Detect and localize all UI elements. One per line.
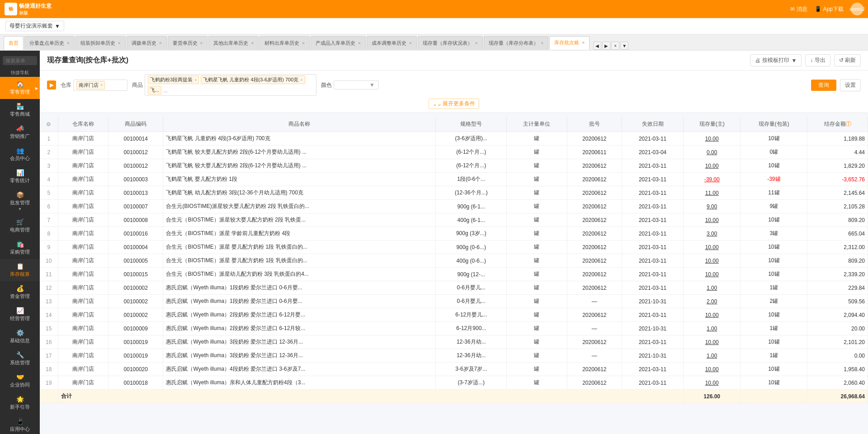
row-qty-main[interactable]: 1.00 xyxy=(684,281,741,295)
close-icon[interactable]: × xyxy=(409,41,412,46)
sidebar-item-dianshang[interactable]: 🛒 电商管理 xyxy=(0,215,40,237)
product-tag-2-close[interactable]: × xyxy=(300,78,302,82)
tab-close-btn[interactable]: × xyxy=(611,42,619,50)
product-tag-container[interactable]: 飞鹤奶粉3段两提装 × 飞鹤星飞帆 儿童奶粉 4段(3-6岁适用) 700克 ×… xyxy=(145,74,316,96)
qty-main-link[interactable]: 10.00 xyxy=(705,244,719,250)
qty-main-link[interactable]: 3.00 xyxy=(707,231,717,237)
row-qty-main[interactable]: 2.00 xyxy=(684,295,741,308)
qty-main-link[interactable]: 10.00 xyxy=(705,366,719,373)
tab-home[interactable]: 首页 xyxy=(4,36,24,50)
qty-main-link[interactable]: 10.00 xyxy=(705,312,719,318)
filter-ellipsis[interactable]: ... xyxy=(163,87,168,94)
qty-main-link[interactable]: 2.00 xyxy=(707,298,717,305)
qty-main-link[interactable]: 1.00 xyxy=(707,285,717,291)
sidebar-item-caigou[interactable]: 🛍️ 采购管理 xyxy=(0,237,40,259)
close-icon[interactable]: × xyxy=(302,41,305,46)
qty-main-link[interactable]: 9.00 xyxy=(707,203,717,210)
product-tag-1-close[interactable]: × xyxy=(194,78,197,82)
close-icon[interactable]: × xyxy=(475,41,478,46)
row-qty-main[interactable]: 10.00 xyxy=(684,241,741,254)
qty-main-link[interactable]: 0.00 xyxy=(707,149,717,156)
sidebar-item-lingshol[interactable]: 🏠 零售管理 ▶ xyxy=(0,77,40,99)
tab-zuzhuang[interactable]: 组装拆卸单历史 × xyxy=(75,36,126,50)
sidebar-item-yingyongzhongxin[interactable]: 📱 应用中心 xyxy=(0,414,40,434)
amount-info-icon[interactable]: ① xyxy=(846,121,851,127)
tab-cailiao[interactable]: 材料出库单历史 × xyxy=(259,36,310,50)
row-qty-main[interactable]: 11.00 xyxy=(684,186,741,200)
close-icon[interactable]: × xyxy=(200,41,203,46)
row-qty-main[interactable]: 10.00 xyxy=(684,132,741,146)
query-button[interactable]: 查询 xyxy=(811,80,836,91)
sidebar-item-yingxiao[interactable]: 📣 营销推广 xyxy=(0,121,40,143)
qty-main-link[interactable]: 10.00 xyxy=(705,339,719,345)
row-qty-main[interactable]: 1.00 xyxy=(684,322,741,335)
sidebar-item-zijin[interactable]: 💰 资金管理 xyxy=(0,281,40,303)
row-qty-main[interactable]: 10.00 xyxy=(684,159,741,173)
close-icon[interactable]: × xyxy=(67,41,70,46)
row-qty-main[interactable]: 10.00 xyxy=(684,335,741,349)
row-qty-main[interactable]: 0.00 xyxy=(684,146,741,159)
close-icon[interactable]: × xyxy=(358,41,361,46)
tab-xiancunliang-fenbiao[interactable]: 现存量（库存分布表） × xyxy=(484,36,549,50)
sidebar-item-lingsoututji[interactable]: 📊 零售统计 xyxy=(0,165,40,188)
tab-chanchengpin[interactable]: 产成品入库单历史 × xyxy=(311,36,366,50)
qty-main-link[interactable]: 10.00 xyxy=(705,380,719,386)
tab-kucunpici[interactable]: 库存批次账 × xyxy=(549,36,590,50)
search-input[interactable] xyxy=(3,56,37,65)
qty-main-link[interactable]: 10.00 xyxy=(705,136,719,142)
sidebar-item-xinshouyindao[interactable]: 🌟 新手引导 xyxy=(0,392,40,414)
tab-qitachuku[interactable]: 其他出库单历史 × xyxy=(208,36,259,50)
tab-yaohuo[interactable]: 要货单历史 × xyxy=(168,36,208,50)
sidebar-item-xitongguanli[interactable]: 🔧 系统管理 xyxy=(0,348,40,370)
row-qty-main[interactable]: -39.00 xyxy=(684,173,741,186)
color-input-box[interactable]: ▼ xyxy=(334,80,379,90)
row-qty-main[interactable]: 10.00 xyxy=(684,254,741,268)
qty-main-link[interactable]: 10.00 xyxy=(705,258,719,264)
settings-button[interactable]: 设置 xyxy=(840,79,861,91)
qty-main-link[interactable]: 11.00 xyxy=(705,190,719,196)
tab-menu-btn[interactable]: ▼ xyxy=(620,42,628,50)
row-qty-main[interactable]: 10.00 xyxy=(684,308,741,322)
close-icon[interactable]: × xyxy=(541,41,544,46)
tab-fenliangpandian[interactable]: 分量盘点单历史 × xyxy=(24,36,75,50)
row-qty-main[interactable]: 3.00 xyxy=(684,227,741,241)
tab-prev-btn[interactable]: ◀ xyxy=(593,42,601,50)
qty-main-link[interactable]: 10.00 xyxy=(705,217,719,223)
sidebar-item-qiyexietong[interactable]: 🤝 企业协同 xyxy=(0,370,40,392)
qty-main-link[interactable]: 1.00 xyxy=(707,326,717,332)
table-container[interactable]: ⚙ 仓库名称 商品编码 商品名称 规格型号 主计量单位 批号 失效日期 现存量(… xyxy=(40,113,868,434)
row-qty-main[interactable]: 10.00 xyxy=(684,213,741,227)
close-icon[interactable]: × xyxy=(582,40,585,45)
qty-main-link[interactable]: -39.00 xyxy=(704,176,720,183)
sidebar-item-lingsoushangcheng[interactable]: 🏪 零售商城 xyxy=(0,99,40,121)
row-qty-main[interactable]: 10.00 xyxy=(684,363,741,376)
tab-xiancunliang-kucun[interactable]: 现存量（库存状况表） × xyxy=(418,36,483,50)
export-button[interactable]: ↓ 导出 xyxy=(805,54,830,66)
close-icon[interactable]: × xyxy=(159,41,162,46)
account-selector[interactable]: 母婴行业演示账套 ▼ xyxy=(5,21,64,31)
qty-main-link[interactable]: 10.00 xyxy=(705,271,719,278)
qty-main-link[interactable]: 1.00 xyxy=(707,353,717,359)
sidebar-item-jichuxxinxi[interactable]: ⚙️ 基础信息 xyxy=(0,326,40,348)
refresh-button[interactable]: ↺ 刷新 xyxy=(834,54,861,66)
avatar[interactable]: demo2 xyxy=(851,3,863,15)
app-download-link[interactable]: 📱 App下载 xyxy=(815,5,844,13)
warehouse-tag-close[interactable]: × xyxy=(100,83,103,87)
row-qty-main[interactable]: 10.00 xyxy=(684,376,741,390)
close-icon[interactable]: × xyxy=(118,41,121,46)
row-qty-main[interactable]: 9.00 xyxy=(684,200,741,213)
settings-col-icon[interactable]: ⚙ xyxy=(46,121,51,127)
messages-link[interactable]: ✉ 消息 xyxy=(790,5,807,13)
row-qty-main[interactable]: 1.00 xyxy=(684,349,741,363)
expand-more-btn[interactable]: ⌄⌄ 展开更多条件 xyxy=(429,99,479,109)
sidebar-item-kucunhesuan[interactable]: 📋 库存核算 xyxy=(0,259,40,281)
warehouse-tag-container[interactable]: 南岸门店 × xyxy=(73,80,127,91)
qty-main-link[interactable]: 10.00 xyxy=(705,163,719,169)
filter-expand-left-btn[interactable]: ▶ xyxy=(47,80,56,90)
sidebar-item-pifa[interactable]: 📦 批发管理 ▼ xyxy=(0,188,40,215)
sidebar-item-jingying[interactable]: 📈 经营管理 xyxy=(0,303,40,326)
row-qty-main[interactable]: 10.00 xyxy=(684,268,741,281)
sidebar-item-huiyuan[interactable]: 👥 会员中心 xyxy=(0,143,40,165)
tab-diaobodanlishi[interactable]: 调拨单历史 × xyxy=(127,36,167,50)
close-icon[interactable]: × xyxy=(251,41,254,46)
